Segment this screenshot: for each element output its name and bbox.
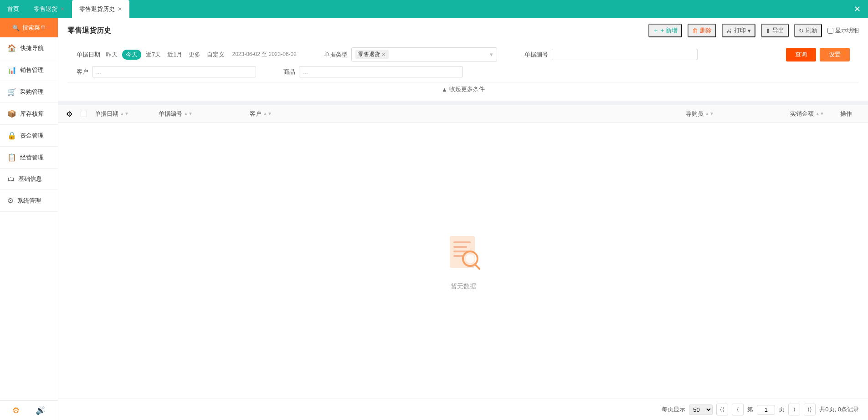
date-range-value: 2023-06-02 至 2023-06-02 — [232, 51, 296, 58]
sidebar-item-quick-nav[interactable]: 🏠 快捷导航 — [0, 37, 58, 59]
th-checkbox[interactable] — [77, 111, 91, 117]
delete-label: 删除 — [700, 26, 712, 35]
tab-retail-return-history-label: 零售退货历史 — [79, 5, 115, 13]
filter-customer: 客户 ... — [77, 66, 256, 77]
sidebar-item-quick-nav-label: 快捷导航 — [20, 44, 44, 52]
tab-retail-return-history-close[interactable]: ✕ — [118, 6, 122, 12]
sidebar-item-system-mgmt-label: 系统管理 — [17, 197, 41, 205]
page-title-row: 零售退货历史 ＋ + 新增 🗑 删除 🖨 打印 ▾ — [67, 24, 859, 37]
type-filter-select[interactable]: 零售退货 ✕ ▾ — [351, 47, 497, 61]
new-button[interactable]: ＋ + 新增 — [648, 24, 682, 37]
th-date-label: 单据日期 — [95, 110, 118, 118]
table-header: ⚙ 单据日期 ▲▼ 单据编号 ▲▼ 客户 ▲▼ 导购员 — [58, 105, 868, 123]
export-label: 导出 — [772, 26, 784, 35]
refresh-button[interactable]: ↻ 刷新 — [794, 24, 822, 37]
operation-mgmt-icon: 📋 — [7, 153, 16, 162]
th-amount[interactable]: 实销金额 ▲▼ — [764, 110, 828, 118]
filter-area: 单据日期 昨天 今天 近7天 近1月 更多 自定义 2023-06-02 至 2… — [67, 43, 859, 101]
date-btn-today[interactable]: 今天 — [122, 50, 141, 60]
settings-btn-label: 设置 — [829, 51, 841, 58]
customer-filter-input[interactable]: ... — [92, 66, 256, 77]
export-button[interactable]: ⬆ 导出 — [761, 24, 789, 37]
sidebar-item-sales-mgmt[interactable]: 📊 销售管理 — [0, 59, 58, 81]
topbar-right: ✕ — [854, 4, 861, 14]
type-tag-close[interactable]: ✕ — [381, 51, 386, 58]
empty-illustration — [441, 231, 486, 277]
collapse-label: 收起更多条件 — [449, 85, 485, 93]
page-label-before: 第 — [747, 405, 753, 414]
th-number-label: 单据编号 — [159, 110, 182, 118]
sidebar-item-purchase-mgmt-label: 采购管理 — [20, 88, 44, 96]
th-action-label: 操作 — [840, 110, 852, 118]
type-filter-label: 单据类型 — [324, 51, 348, 59]
sidebar-item-sales-mgmt-label: 销售管理 — [20, 66, 44, 74]
page-label-after: 页 — [779, 405, 785, 414]
settings-button[interactable]: 设置 — [820, 48, 850, 61]
refresh-icon: ↻ — [799, 27, 804, 34]
query-button[interactable]: 查询 — [786, 48, 816, 61]
show-detail-label-text: 显示明细 — [835, 26, 859, 35]
system-mgmt-icon: ⚙ — [7, 196, 14, 205]
audio-bottom-icon[interactable]: 🔊 — [36, 405, 46, 415]
window-close-icon[interactable]: ✕ — [854, 4, 861, 14]
th-amount-label: 实销金额 — [790, 110, 814, 118]
tab-retail-return-close[interactable]: ✕ — [60, 6, 65, 12]
delete-button[interactable]: 🗑 删除 — [688, 24, 716, 37]
date-btn-yesterday[interactable]: 昨天 — [104, 50, 119, 60]
svg-rect-1 — [453, 241, 471, 243]
date-btn-custom[interactable]: 自定义 — [205, 50, 226, 60]
show-detail-checkbox[interactable] — [827, 28, 833, 34]
quick-nav-icon: 🏠 — [7, 44, 16, 52]
date-options: 昨天 今天 近7天 近1月 更多 自定义 — [104, 50, 226, 60]
th-customer-label: 客户 — [250, 110, 262, 118]
page-size-select[interactable]: 50 100 200 — [689, 405, 713, 415]
filter-goods: 商品 ... — [283, 66, 463, 77]
th-customer[interactable]: 客户 ▲▼ — [246, 110, 682, 118]
date-btn-more[interactable]: 更多 — [187, 50, 202, 60]
settings-col-icon: ⚙ — [66, 110, 72, 118]
collapse-up-icon: ▲ — [442, 86, 447, 93]
settings-bottom-icon[interactable]: ⚙ — [12, 405, 20, 415]
toolbar: ＋ + 新增 🗑 删除 🖨 打印 ▾ ⬆ 导出 — [648, 24, 859, 37]
th-action: 操作 — [828, 110, 864, 118]
sidebar-item-inventory[interactable]: 📦 库存核算 — [0, 103, 58, 125]
first-page-btn[interactable]: ⟨⟨ — [716, 404, 728, 415]
print-dropdown-icon: ▾ — [748, 27, 751, 34]
th-guide[interactable]: 导购员 ▲▼ — [682, 110, 764, 118]
page-input[interactable] — [757, 405, 775, 415]
date-btn-1month[interactable]: 近1月 — [165, 50, 184, 60]
next-page-btn[interactable]: ⟩ — [788, 404, 800, 415]
header-checkbox[interactable] — [81, 111, 87, 117]
sidebar-item-operation-mgmt-label: 经营管理 — [20, 154, 44, 162]
tab-retail-return-history[interactable]: 零售退货历史 ✕ — [72, 0, 129, 18]
filter-type: 单据类型 零售退货 ✕ ▾ — [324, 47, 497, 61]
goods-filter-input[interactable]: ... — [299, 66, 463, 77]
filter-date: 单据日期 昨天 今天 近7天 近1月 更多 自定义 2023-06-02 至 2… — [77, 50, 297, 60]
sort-guide-icon: ▲▼ — [705, 112, 714, 116]
svg-rect-2 — [453, 246, 467, 248]
sort-date-icon: ▲▼ — [120, 112, 129, 116]
sidebar-item-operation-mgmt[interactable]: 📋 经营管理 — [0, 147, 58, 169]
collapse-button[interactable]: ▲ 收起更多条件 — [442, 85, 485, 93]
th-number[interactable]: 单据编号 ▲▼ — [155, 110, 246, 118]
tab-home[interactable]: 首页 — [0, 0, 26, 18]
new-label: + 新增 — [661, 26, 678, 35]
filter-row-1: 单据日期 昨天 今天 近7天 近1月 更多 自定义 2023-06-02 至 2… — [77, 47, 850, 61]
purchase-mgmt-icon: 🛒 — [7, 87, 16, 96]
print-button[interactable]: 🖨 打印 ▾ — [722, 24, 755, 37]
goods-placeholder: ... — [303, 68, 308, 75]
sidebar-item-basic-info[interactable]: 🗂 基础信息 — [0, 169, 58, 190]
number-filter-input[interactable] — [552, 49, 698, 60]
th-date[interactable]: 单据日期 ▲▼ — [91, 110, 155, 118]
sidebar-item-system-mgmt[interactable]: ⚙ 系统管理 — [0, 190, 58, 212]
prev-page-btn[interactable]: ⟨ — [732, 404, 744, 415]
goods-filter-label: 商品 — [283, 68, 295, 76]
table-area: ⚙ 单据日期 ▲▼ 单据编号 ▲▼ 客户 ▲▼ 导购员 — [58, 105, 868, 420]
sidebar-item-purchase-mgmt[interactable]: 🛒 采购管理 — [0, 81, 58, 103]
tab-retail-return[interactable]: 零售退货 ✕ — [26, 0, 72, 18]
sidebar-item-finance-mgmt[interactable]: 🔒 资金管理 — [0, 125, 58, 147]
last-page-btn[interactable]: ⟩⟩ — [804, 404, 816, 415]
th-settings[interactable]: ⚙ — [62, 110, 77, 118]
sidebar-search[interactable]: 🔍 搜索菜单 — [0, 18, 58, 37]
date-btn-7days[interactable]: 近7天 — [144, 50, 163, 60]
